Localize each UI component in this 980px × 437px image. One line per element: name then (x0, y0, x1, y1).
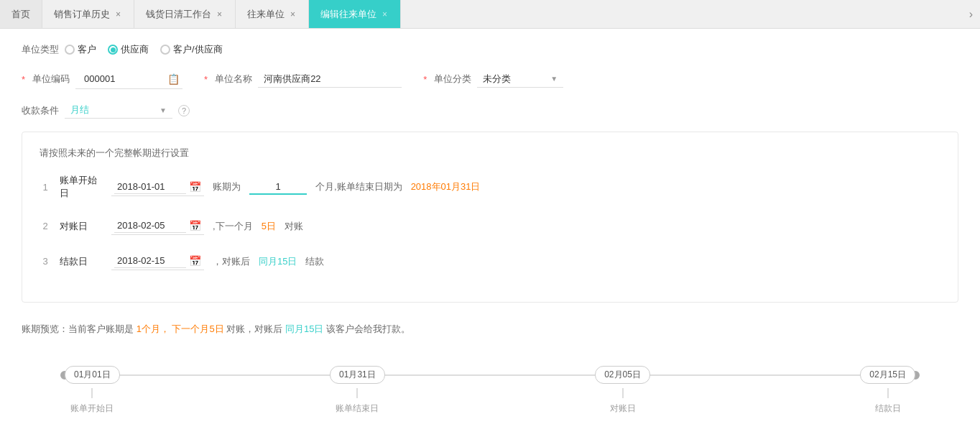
timeline-date-3: 02月05日 (595, 366, 650, 384)
period-row3-suffix: 结款 (305, 255, 324, 268)
period-settings-box: 请按照未来的一个完整帐期进行设置 1 账单开始日 📅 账期为 个月,账单结束日期… (22, 132, 958, 303)
period-title: 请按照未来的一个完整帐期进行设置 (40, 147, 940, 160)
period-row-3: 3 结款日 📅 ，对账后 同月15日 结款 (40, 252, 940, 270)
tab-partners-label: 往来单位 (247, 8, 285, 21)
timeline-item-3: 02月05日 对账日 (595, 366, 650, 415)
preview-section: 账期预览：当前客户账期是 1个月， 下一个月5日 对账，对账后 同月15日 该客… (22, 314, 958, 344)
tab-edit-partner-label: 编辑往来单位 (320, 8, 376, 21)
tab-sales-history[interactable]: 销售订单历史 × (42, 0, 134, 28)
unit-code-input-wrapper: 📋 (75, 69, 182, 89)
payment-terms-value: 月结 (70, 104, 160, 116)
unit-category-chevron: ▼ (550, 75, 558, 83)
tab-cash-work-label: 钱货日清工作台 (146, 8, 211, 21)
unit-code-input[interactable] (78, 70, 165, 87)
unit-category-star: * (423, 74, 427, 85)
month-input[interactable] (249, 180, 307, 195)
payment-terms-chevron: ▼ (160, 106, 167, 114)
unit-name-input[interactable] (258, 70, 402, 88)
radio-supplier-circle (108, 45, 118, 55)
tab-edit-partner-close[interactable]: × (381, 9, 389, 19)
timeline-items: 01月01日 账单开始日 01月31日 账单结束日 02月05日 对账日 02月… (65, 366, 915, 415)
timeline-connector-1 (91, 388, 93, 398)
radio-supplier[interactable]: 供应商 (108, 43, 149, 56)
timeline-label-2: 账单结束日 (336, 402, 379, 415)
radio-both-label: 客户/供应商 (173, 43, 223, 56)
timeline-date-2: 01月31日 (330, 366, 385, 384)
radio-customer[interactable]: 客户 (65, 43, 96, 56)
preview-suffix: 该客户会给我打款。 (326, 323, 410, 334)
radio-supplier-label: 供应商 (121, 43, 149, 56)
period-name-3: 结款日 (60, 255, 103, 268)
tab-more-button[interactable]: › (962, 0, 980, 28)
timeline-container: 01月01日 账单开始日 01月31日 账单结束日 02月05日 对账日 02月… (22, 359, 958, 436)
period-row2-day: 5日 (262, 220, 276, 233)
timeline-label-3: 对账日 (610, 402, 636, 415)
reconcile-date-input[interactable] (114, 218, 186, 233)
unit-name-group: * 单位名称 (204, 70, 402, 88)
payment-terms-row: 收款条件 月结 ▼ ? (22, 102, 958, 119)
tab-cash-work-close[interactable]: × (216, 9, 223, 19)
preview-part3: 对账，对账后 (226, 323, 282, 334)
period-num-2: 2 (40, 221, 51, 231)
tab-cash-work[interactable]: 钱货日清工作台 × (134, 0, 236, 28)
payment-date-cal-icon[interactable]: 📅 (189, 255, 201, 267)
radio-both-circle (160, 45, 170, 55)
tab-partners-close[interactable]: × (289, 9, 297, 19)
unit-name-star: * (204, 74, 208, 85)
period-row2-prefix: ,下一个月 (213, 220, 253, 233)
start-date-cal-icon[interactable]: 📅 (189, 181, 201, 193)
unit-code-star: * (22, 74, 25, 85)
preview-part4: 同月15日 (285, 323, 323, 334)
period-name-2: 对账日 (60, 220, 103, 233)
tab-sales-history-close[interactable]: × (114, 9, 122, 19)
period-row1-suffix2: 个月,账单结束日期为 (315, 180, 402, 193)
period-num-1: 1 (40, 182, 51, 193)
timeline-date-1: 01月01日 (65, 366, 120, 384)
reconcile-date-cal-icon[interactable]: 📅 (189, 220, 201, 231)
period-row-1: 1 账单开始日 📅 账期为 个月,账单结束日期为 2018年01月31日 (40, 174, 940, 200)
preview-prefix: 账期预览：当前客户账期是 (22, 323, 134, 334)
unit-code-group: * 单位编码 📋 (22, 69, 182, 89)
unit-type-group: 单位类型 客户 供应商 客户/供应商 (22, 43, 223, 56)
unit-type-row: 单位类型 客户 供应商 客户/供应商 (22, 43, 958, 56)
unit-code-label: 单位编码 (32, 73, 70, 86)
radio-customer-circle (65, 45, 75, 55)
unit-type-label: 单位类型 (22, 43, 59, 56)
period-row3-prefix: ，对账后 (213, 255, 250, 268)
unit-category-group: * 单位分类 未分类 ▼ (423, 71, 563, 88)
timeline-date-4: 02月15日 (860, 366, 915, 384)
tab-edit-partner[interactable]: 编辑往来单位 × (309, 0, 401, 28)
preview-part1: 1个月， (137, 323, 170, 334)
help-icon[interactable]: ? (178, 105, 190, 116)
main-content: 单位类型 客户 供应商 客户/供应商 * 单位编码 (0, 29, 980, 437)
tab-home[interactable]: 首页 (0, 0, 42, 28)
radio-group: 客户 供应商 客户/供应商 (65, 43, 223, 56)
radio-both[interactable]: 客户/供应商 (160, 43, 223, 56)
period-row1-end-date: 2018年01月31日 (411, 180, 481, 193)
preview-part2: 下一个月5日 (172, 323, 223, 334)
timeline-item-1: 01月01日 账单开始日 (65, 366, 120, 415)
period-row3-day: 同月15日 (259, 255, 297, 268)
tab-partners[interactable]: 往来单位 × (236, 0, 309, 28)
timeline-label-4: 结款日 (875, 402, 901, 415)
period-num-3: 3 (40, 256, 51, 267)
payment-terms-group: 收款条件 月结 ▼ ? (22, 102, 190, 119)
timeline-item-4: 02月15日 结款日 (860, 366, 915, 415)
period-name-1: 账单开始日 (60, 174, 103, 200)
unit-code-icon[interactable]: 📋 (167, 73, 180, 85)
unit-category-select[interactable]: 未分类 ▼ (477, 71, 563, 88)
payment-terms-label: 收款条件 (22, 104, 59, 117)
payment-date-input-wrapper: 📅 (111, 252, 204, 270)
unit-name-label: 单位名称 (215, 73, 252, 86)
timeline-connector-2 (356, 388, 358, 398)
period-row-2: 2 对账日 📅 ,下一个月 5日 对账 (40, 217, 940, 235)
start-date-input-wrapper: 📅 (111, 178, 204, 196)
tab-sales-history-label: 销售订单历史 (54, 8, 110, 21)
payment-terms-select[interactable]: 月结 ▼ (65, 102, 172, 119)
unit-info-row: * 单位编码 📋 * 单位名称 * 单位分类 未分类 ▼ (22, 69, 958, 89)
start-date-input[interactable] (114, 180, 186, 194)
period-row1-suffix1: 账期为 (213, 180, 241, 193)
period-row2-suffix: 对账 (285, 220, 303, 233)
unit-category-label: 单位分类 (434, 73, 471, 86)
payment-date-input[interactable] (114, 254, 186, 268)
